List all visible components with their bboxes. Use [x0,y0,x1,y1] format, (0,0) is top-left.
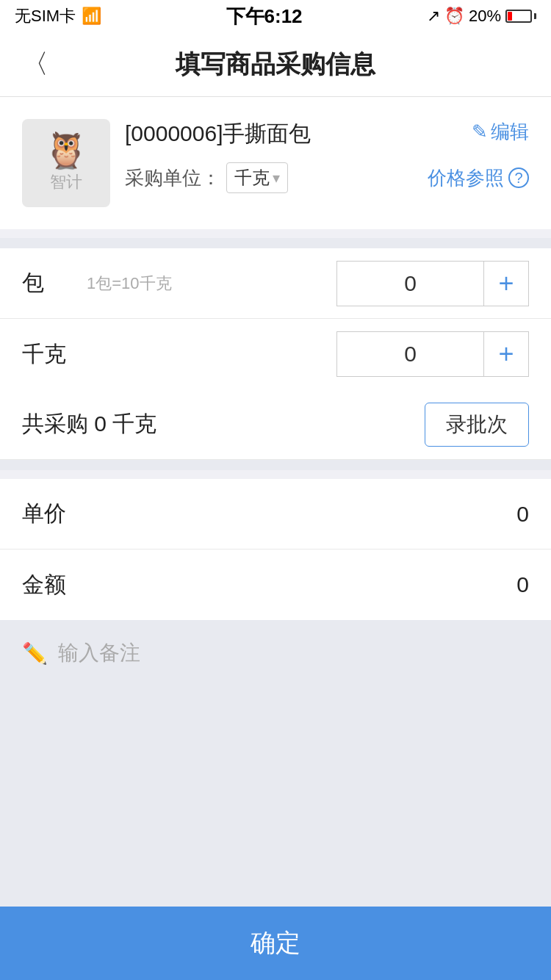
amount-label: 金额 [22,570,66,600]
product-unit-row: 采购单位： 千克 ▾ 价格参照 ? [125,162,529,193]
summary-row: 共采购 0 千克 录批次 [0,389,551,460]
amount-row: 金额 0 [0,550,551,620]
bag-row: 包 1包=10千克 + [0,248,551,319]
unit-chevron-icon: ▾ [273,169,280,187]
notes-section[interactable]: ✏️ 输入备注 [0,620,551,686]
price-section: 单价 0 金额 0 [0,479,551,620]
batch-button[interactable]: 录批次 [425,403,529,447]
battery-icon [505,10,536,23]
price-ref-label: 价格参照 [428,165,504,191]
product-logo-owl: 🦉 [44,133,88,168]
kg-qty-input[interactable] [336,331,483,377]
unit-price-row: 单价 0 [0,479,551,550]
status-right: ↗ ⏰ 20% [427,7,536,26]
separator-band-1 [0,238,551,248]
bag-label: 包 [22,268,81,298]
bag-sublabel: 1包=10千克 [87,273,336,295]
location-icon: ↗ [427,7,440,26]
product-card: 🦉 智计 [0000006]手撕面包 ✎ 编辑 采购单位： 千克 ▾ [0,97,551,229]
back-button[interactable]: 〈 [22,46,48,82]
kg-plus-icon: + [498,339,514,370]
price-ref-link[interactable]: 价格参照 ? [428,165,529,191]
edit-label: 编辑 [491,119,529,145]
price-ref-help-icon: ? [508,167,529,188]
carrier-text: 无SIM卡 [15,5,76,27]
confirm-button[interactable]: 确定 [0,907,551,980]
confirm-button-label: 确定 [251,926,300,960]
kg-label: 千克 [22,339,81,370]
pencil-icon: ✏️ [22,641,48,666]
summary-amount: 0 [94,411,107,436]
status-bar: 无SIM卡 📶 下午6:12 ↗ ⏰ 20% [0,0,551,32]
product-name-row: [0000006]手撕面包 ✎ 编辑 [125,119,529,149]
amount-value: 0 [516,572,529,597]
kg-plus-button[interactable]: + [483,331,529,377]
unit-value: 千克 [234,166,270,190]
product-logo-text: 智计 [50,171,82,193]
status-time: 下午6:12 [226,4,303,29]
kg-row: 千克 + [0,319,551,389]
kg-input-wrap: + [336,331,529,377]
summary-label: 共采购 [22,411,88,436]
product-image: 🦉 智计 [22,119,110,207]
summary-text: 共采购 0 千克 [22,409,156,439]
edit-link[interactable]: ✎ 编辑 [472,119,529,145]
bag-plus-icon: + [498,268,514,299]
unit-price-label: 单价 [22,499,66,529]
wifi-icon: 📶 [82,7,101,26]
status-left: 无SIM卡 📶 [15,5,101,27]
unit-price-value: 0 [516,502,529,527]
nav-bar: 〈 填写商品采购信息 [0,32,551,97]
separator-band-2 [0,460,551,470]
product-name: [0000006]手撕面包 [125,119,472,149]
battery-percent: 20% [469,7,501,26]
summary-unit: 千克 [112,411,156,436]
form-section: 包 1包=10千克 + 千克 + [0,248,551,389]
alarm-icon: ⏰ [444,7,464,26]
unit-select[interactable]: 千克 ▾ [226,162,288,193]
notes-placeholder: 输入备注 [58,639,140,667]
unit-label: 采购单位： [125,165,220,191]
product-info: [0000006]手撕面包 ✎ 编辑 采购单位： 千克 ▾ 价格参照 ? [125,119,529,193]
bag-qty-input[interactable] [336,261,483,306]
edit-icon: ✎ [472,120,488,143]
page-title: 填写商品采购信息 [176,48,375,82]
bag-plus-button[interactable]: + [483,261,529,306]
bag-input-wrap: + [336,261,529,306]
